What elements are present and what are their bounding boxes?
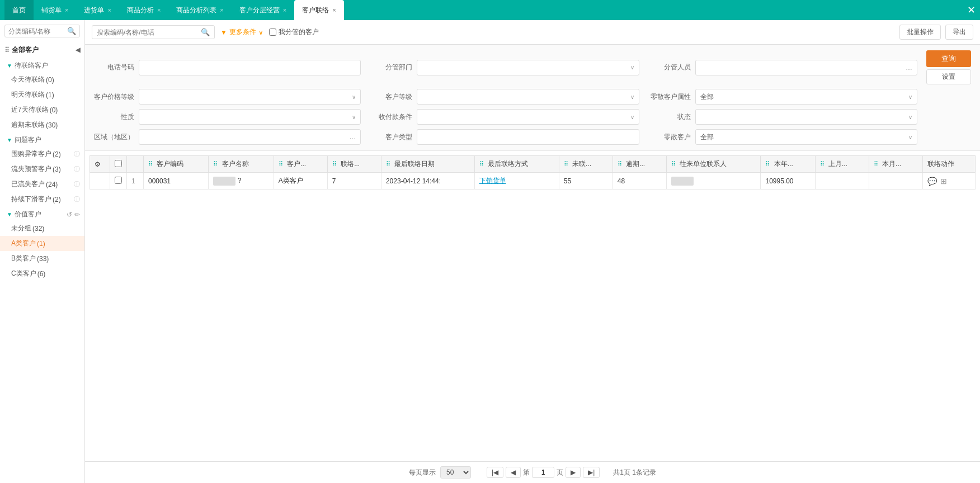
sidebar-item-c-customers[interactable]: C类客户 (6) — [0, 266, 84, 281]
sidebar-item-b-customers[interactable]: B类客户 (33) — [0, 251, 84, 266]
row-last-contact-method-cell: 下销货单 — [474, 173, 559, 190]
filter-phone-input[interactable] — [139, 60, 361, 75]
tab-home[interactable]: 首页 — [4, 0, 34, 20]
message-action-icon[interactable]: 💬 — [927, 177, 937, 186]
filter-search-input[interactable] — [97, 29, 197, 36]
settings-button[interactable]: 设置 — [926, 69, 971, 84]
sidebar-search-box[interactable]: 🔍 — [4, 25, 80, 37]
sidebar-item-hoarding[interactable]: 囤购异常客户 (2) ⓘ — [0, 146, 84, 162]
tab-customer-layer[interactable]: 客户分层经营 × — [232, 0, 294, 20]
prev-page-button[interactable]: ◀ — [506, 467, 521, 478]
row-checkbox-cell[interactable] — [110, 173, 127, 190]
close-goods-list-icon[interactable]: × — [220, 7, 223, 13]
query-button[interactable]: 查询 — [926, 50, 971, 67]
filter-region-select[interactable]: … — [139, 129, 361, 145]
close-goods-analysis-icon[interactable]: × — [157, 7, 161, 13]
col-last-contact-date[interactable]: ⠿ 最后联络日期 — [381, 156, 474, 173]
info-icon-churn-warning[interactable]: ⓘ — [74, 165, 80, 173]
filter-search-icon[interactable]: 🔍 — [201, 28, 210, 36]
col-last-contact-method[interactable]: ⠿ 最后联络方式 — [474, 156, 559, 173]
table-area: ⚙ ⠿ 客户编码 ⠿ 客户名称 ⠿ 客户... — [85, 151, 980, 461]
next-page-button[interactable]: ▶ — [566, 467, 581, 478]
col-no-contact[interactable]: ⠿ 未联... — [559, 156, 613, 173]
row-contact-count: 7 — [332, 177, 336, 185]
filter-nature-select[interactable]: ∨ — [139, 109, 361, 125]
last-page-button[interactable]: ▶| — [583, 467, 600, 478]
row-last-contact-method[interactable]: 下销货单 — [479, 177, 506, 184]
sidebar-item-tomorrow-contact[interactable]: 明天待联络 (1) — [0, 87, 84, 102]
more-action-icon[interactable]: ⊞ — [940, 177, 947, 186]
col-settings[interactable]: ⚙ — [90, 156, 110, 173]
sidebar-collapse-icon[interactable]: ◀ — [76, 46, 80, 54]
close-sales-icon[interactable]: × — [65, 7, 68, 13]
sidebar-search-icon[interactable]: 🔍 — [67, 27, 76, 35]
filter-customer-type-input[interactable] — [417, 129, 639, 145]
filter-region: 区域（地区） … — [94, 129, 361, 145]
per-page-select[interactable]: 50 100 200 — [440, 466, 471, 479]
edit-icon[interactable]: ✏ — [74, 211, 80, 219]
close-customer-contact-icon[interactable]: × — [332, 7, 336, 13]
more-filter-button[interactable]: ▼ 更多条件 ∨ — [220, 27, 263, 37]
filter-phone: 电话号码 — [94, 60, 361, 75]
close-customer-layer-icon[interactable]: × — [283, 7, 286, 13]
filter-retail-attr-select[interactable]: 全部 ∨ — [695, 89, 917, 105]
page-input[interactable] — [532, 467, 554, 478]
sidebar-item-churned[interactable]: 已流失客户 (24) ⓘ — [0, 177, 84, 192]
export-button[interactable]: 导出 — [945, 25, 973, 40]
group-problem-customers[interactable]: ▼ 问题客户 — [0, 132, 84, 146]
col-customer-name[interactable]: ⠿ 客户名称 — [209, 156, 274, 173]
col-checkbox-header[interactable] — [110, 156, 127, 173]
sidebar-item-churn-warning[interactable]: 流失预警客户 (3) ⓘ — [0, 162, 84, 177]
filter-search-box[interactable]: 🔍 — [92, 25, 215, 39]
filter-customer-level-select[interactable]: ∨ — [417, 89, 639, 105]
close-all-button[interactable]: ✕ — [967, 4, 976, 16]
filter-person: 分管人员 … — [651, 60, 917, 75]
info-icon-churned[interactable]: ⓘ — [74, 180, 80, 188]
sidebar-item-declining[interactable]: 持续下滑客户 (2) ⓘ — [0, 192, 84, 207]
tab-home-label: 首页 — [12, 6, 26, 15]
sidebar-item-a-customers[interactable]: A类客户 (1) — [0, 236, 84, 251]
all-customers-header[interactable]: ⠿ 全部客户 ◀ — [0, 42, 84, 58]
tab-sales[interactable]: 销货单 × — [34, 0, 76, 20]
close-purchase-icon[interactable]: × — [107, 7, 111, 13]
filter-status-select[interactable]: ∨ — [695, 109, 917, 125]
filter-retail-select[interactable]: 全部 ∨ — [695, 129, 917, 145]
col-this-month[interactable]: ⠿ 本月... — [869, 156, 922, 173]
info-icon-hoarding[interactable]: ⓘ — [74, 150, 80, 158]
dots-grid-icon: ⠿ — [4, 46, 10, 54]
tab-purchase[interactable]: 进货单 × — [76, 0, 119, 20]
row-checkbox[interactable] — [115, 177, 122, 184]
col-contact-person[interactable]: ⠿ 往来单位联系人 — [666, 156, 761, 173]
sidebar-item-ungrouped[interactable]: 未分组 (32) — [0, 221, 84, 236]
col-customer-type[interactable]: ⠿ 客户... — [274, 156, 327, 173]
select-all-checkbox[interactable] — [115, 160, 122, 167]
filter-person-select[interactable]: … — [695, 60, 917, 75]
batch-operation-button[interactable]: 批量操作 — [899, 25, 941, 40]
sidebar-item-ungrouped-count: (32) — [32, 225, 44, 233]
info-icon-declining[interactable]: ⓘ — [74, 195, 80, 203]
row-contact-person-cell — [666, 173, 761, 190]
col-customer-code[interactable]: ⠿ 客户编码 — [144, 156, 209, 173]
filter-icon: ▼ — [220, 29, 227, 36]
sidebar-item-overdue-contact[interactable]: 逾期未联络 (30) — [0, 117, 84, 132]
tab-customer-contact[interactable]: 客户联络 × — [294, 0, 343, 20]
sidebar-search-input[interactable] — [8, 27, 67, 35]
tab-customer-layer-label: 客户分层经营 — [239, 6, 280, 15]
sidebar-item-7days-count: (0) — [50, 106, 58, 114]
filter-price-level-select[interactable]: ∨ — [139, 89, 361, 105]
tab-goods-analysis[interactable]: 商品分析 × — [119, 0, 168, 20]
col-contact-count[interactable]: ⠿ 联络... — [327, 156, 381, 173]
my-customers-checkbox[interactable] — [269, 29, 276, 36]
col-last-month[interactable]: ⠿ 上月... — [815, 156, 869, 173]
group-pending-contact[interactable]: ▼ 待联络客户 — [0, 58, 84, 72]
sidebar-item-today-contact[interactable]: 今天待联络 (0) — [0, 72, 84, 87]
tab-goods-list[interactable]: 商品分析列表 × — [168, 0, 231, 20]
refresh-icon[interactable]: ↺ — [67, 211, 72, 219]
filter-dept-select[interactable]: ∨ — [417, 60, 639, 75]
group-value-customers[interactable]: ▼ 价值客户 ↺ ✏ — [0, 207, 84, 221]
first-page-button[interactable]: |◀ — [487, 467, 503, 478]
col-this-year[interactable]: ⠿ 本年... — [761, 156, 815, 173]
col-overdue[interactable]: ⠿ 逾期... — [613, 156, 666, 173]
filter-payment-select[interactable]: ∨ — [417, 109, 639, 125]
sidebar-item-7days-contact[interactable]: 近7天待联络 (0) — [0, 102, 84, 117]
